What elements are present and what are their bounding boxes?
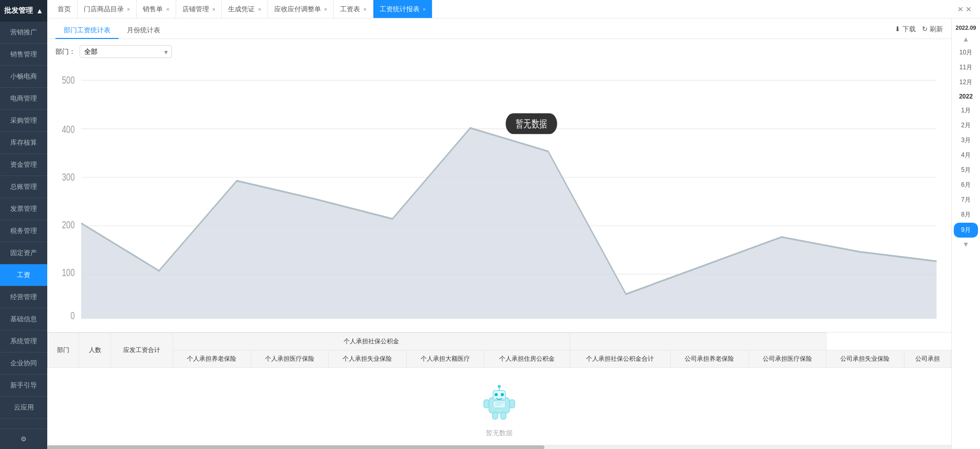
dept-filter-wrap: 全部 [80, 45, 172, 58]
sidebar-item-cggl[interactable]: 采购管理 [0, 110, 47, 132]
svg-point-18 [501, 393, 504, 396]
th-total-salary: 应发工资合计 [110, 333, 173, 368]
data-table: 部门 人数 应发工资合计 个人承担社保公积金 个人承担养老保险 个人承担医疗保险… [47, 333, 951, 368]
content-area: 部门工资统计表 月份统计表 ⬇ 下载 ↻ 刷新 [47, 18, 980, 449]
th-company-insurance-group [570, 333, 826, 350]
table-area: 部门 人数 应发工资合计 个人承担社保公积金 个人承担养老保险 个人承担医疗保险… [47, 332, 951, 445]
svg-text:500: 500 [62, 74, 74, 86]
sidebar-item-swgl[interactable]: 税务管理 [0, 220, 47, 242]
sidebar-title: 批发管理 [4, 6, 33, 15]
timeline-up-arrow[interactable]: ▲ [960, 33, 972, 45]
svg-rect-25 [493, 401, 505, 408]
refresh-icon: ↻ [922, 25, 928, 33]
tab-close-sales[interactable]: × [166, 6, 169, 12]
svg-point-17 [495, 393, 498, 396]
tab-sales[interactable]: 销售单 × [137, 0, 176, 18]
tab-store-catalog[interactable]: 门店商品目录 × [78, 0, 137, 18]
sidebar-item-yxtt[interactable]: 营销推广 [0, 22, 47, 44]
timeline-item-may[interactable]: 5月 [952, 163, 980, 178]
dept-filter-select[interactable]: 全部 [80, 45, 172, 58]
th-p-major-medical: 个人承担大额医疗 [406, 350, 484, 368]
tab-home[interactable]: 首页 [51, 0, 78, 18]
th-count: 人数 [79, 333, 110, 368]
timeline-item-aug[interactable]: 8月 [952, 207, 980, 222]
chart-area: 500 400 300 200 100 0 [47, 64, 951, 332]
timeline-item-apr[interactable]: 4月 [952, 148, 980, 163]
sidebar-header[interactable]: 批发管理 ▲ [0, 0, 47, 22]
th-c-other: 公司承担 [904, 350, 951, 368]
sidebar-item-xcdss[interactable]: 小畅电商 [0, 66, 47, 88]
sidebar-settings[interactable]: ⚙ [0, 428, 47, 449]
timeline-item-jun[interactable]: 6月 [952, 178, 980, 192]
tab-voucher[interactable]: 生成凭证 × [222, 0, 268, 18]
chart-svg: 500 400 300 200 100 0 [55, 68, 943, 328]
svg-rect-22 [510, 400, 515, 408]
sidebar-item-fpgl[interactable]: 发票管理 [0, 198, 47, 220]
tab-close-payroll-report[interactable]: × [423, 6, 426, 12]
svg-text:100: 100 [62, 267, 74, 279]
timeline-down-arrow[interactable]: ▼ [960, 238, 972, 250]
tab-bar-close-icon[interactable]: ✕ [966, 5, 972, 13]
tab-close-store-catalog[interactable]: × [127, 6, 130, 12]
gear-icon: ⚙ [21, 435, 27, 443]
sidebar-item-kchsj[interactable]: 库存核算 [0, 132, 47, 154]
th-p-unemployment: 个人承担失业保险 [329, 350, 406, 368]
th-c-unemployment: 公司承担失业保险 [826, 350, 904, 368]
tab-close-ar-ap[interactable]: × [324, 6, 327, 12]
sidebar-item-gz[interactable]: 工资 [0, 264, 47, 286]
download-icon: ⬇ [895, 25, 900, 33]
timeline-item-jan[interactable]: 1月 [952, 103, 980, 118]
th-c-medical: 公司承担医疗保险 [748, 350, 826, 368]
table-empty-state: 暂无数据 [47, 368, 951, 445]
svg-rect-23 [493, 412, 498, 419]
timeline-item-nov[interactable]: 11月 [952, 60, 980, 75]
th-p-pension: 个人承担养老保险 [173, 350, 251, 368]
timeline-item-mar[interactable]: 3月 [952, 133, 980, 148]
close-all-icon[interactable]: ✕ [957, 5, 964, 13]
sidebar-item-xtgl[interactable]: 系统管理 [0, 330, 47, 353]
sidebar-item-jygl[interactable]: 经营管理 [0, 286, 47, 308]
sidebar-item-qytx[interactable]: 企业协同 [0, 353, 47, 375]
sidebar-item-gdzcgl[interactable]: 固定资产 [0, 242, 47, 264]
timeline-item-sep[interactable]: 9月 [954, 223, 978, 238]
sidebar-item-zjgl[interactable]: 资金管理 [0, 154, 47, 176]
tab-payroll[interactable]: 工资表 × [334, 0, 373, 18]
tab-shop-mgmt[interactable]: 店铺管理 × [176, 0, 222, 18]
empty-robot-icon [479, 383, 520, 424]
sidebar-item-xsgl[interactable]: 销售管理 [0, 44, 47, 66]
sidebar-item-xsyd[interactable]: 新手引导 [0, 375, 47, 397]
timeline-item-dec[interactable]: 12月 [952, 75, 980, 90]
timeline-panel: 2022.09 ▲ 10月 11月 12月 2022 1月 2月 3月 4月 5… [951, 18, 980, 449]
sidebar-item-yyyf[interactable]: 云应用 [0, 397, 47, 419]
table-empty-label: 暂无数据 [486, 428, 513, 438]
sidebar: 批发管理 ▲ 营销推广 销售管理 小畅电商 电商管理 采购管理 库存核算 资金管… [0, 0, 47, 449]
tab-bar: 首页 门店商品目录 × 销售单 × 店铺管理 × 生成凭证 × 应收应付调整单 … [47, 0, 980, 18]
horizontal-scrollbar[interactable] [47, 445, 951, 449]
sidebar-item-jcxx[interactable]: 基础信息 [0, 308, 47, 330]
refresh-button[interactable]: ↻ 刷新 [922, 25, 943, 34]
tab-close-payroll[interactable]: × [363, 6, 366, 12]
timeline-year-2022[interactable]: 2022 [952, 90, 980, 103]
dept-filter-label: 部门： [55, 47, 76, 56]
th-p-medical: 个人承担医疗保险 [251, 350, 328, 368]
download-button[interactable]: ⬇ 下载 [895, 25, 916, 34]
sub-tab-dept[interactable]: 部门工资统计表 [55, 23, 119, 39]
main-content: 首页 门店商品目录 × 销售单 × 店铺管理 × 生成凭证 × 应收应付调整单 … [47, 0, 980, 449]
horizontal-scrollbar-thumb[interactable] [47, 445, 544, 449]
timeline-item-oct[interactable]: 10月 [952, 45, 980, 60]
tab-payroll-report[interactable]: 工资统计报表 × [373, 0, 432, 18]
th-p-housing: 个人承担住房公积金 [484, 350, 570, 368]
svg-text:200: 200 [62, 219, 74, 231]
sub-tab-month[interactable]: 月份统计表 [119, 23, 168, 39]
svg-text:300: 300 [62, 171, 74, 183]
tab-close-shop-mgmt[interactable]: × [212, 6, 215, 12]
sidebar-item-zzgl[interactable]: 总账管理 [0, 176, 47, 198]
svg-text:暂无数据: 暂无数据 [516, 118, 547, 130]
svg-marker-12 [81, 128, 936, 318]
tab-ar-ap[interactable]: 应收应付调整单 × [268, 0, 334, 18]
tab-close-voucher[interactable]: × [258, 6, 261, 12]
th-p-total: 个人承担社保公积金合计 [570, 350, 671, 368]
timeline-item-feb[interactable]: 2月 [952, 118, 980, 133]
sidebar-item-dssl[interactable]: 电商管理 [0, 88, 47, 110]
timeline-item-jul[interactable]: 7月 [952, 192, 980, 207]
